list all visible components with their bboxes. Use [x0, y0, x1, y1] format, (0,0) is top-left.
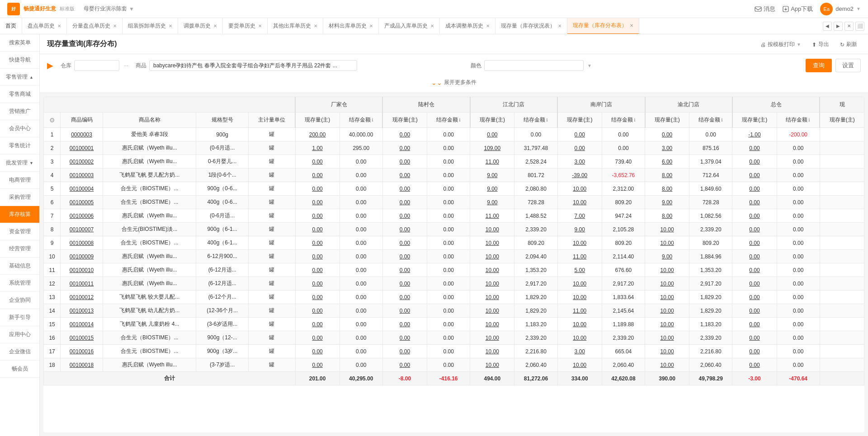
industry-selector[interactable]: 母婴行业演示陈套 ▼ [84, 5, 134, 13]
table-cell[interactable]: 10.00 [470, 236, 514, 250]
table-cell[interactable]: 00100010 [61, 263, 103, 277]
tab-3-close[interactable]: ✕ [169, 23, 172, 28]
table-cell[interactable]: 0.00 [732, 277, 777, 291]
table-cell[interactable]: 10.00 [645, 318, 689, 331]
sidebar-item-retail-stats[interactable]: 零售统计 [0, 137, 39, 155]
table-cell[interactable]: 10.00 [470, 331, 514, 345]
table-cell[interactable]: 00100001 [61, 141, 103, 155]
table-cell[interactable]: 11.00 [470, 155, 514, 169]
warehouse-input[interactable] [74, 60, 119, 71]
table-cell[interactable]: 10.00 [470, 250, 514, 263]
table-cell[interactable]: 0.00 [382, 196, 427, 209]
table-cell[interactable]: 0.00 [382, 277, 427, 291]
tab-6[interactable]: 其他出库单历史 ✕ [268, 18, 323, 34]
table-cell[interactable]: 10.00 [645, 277, 689, 291]
table-cell[interactable]: 0.00 [295, 155, 340, 169]
table-cell[interactable]: 00100009 [61, 250, 103, 263]
tab-next-btn[interactable]: ▶ [834, 22, 843, 31]
table-cell[interactable]: 0.00 [732, 169, 777, 182]
color-input[interactable] [484, 60, 584, 71]
table-cell[interactable]: 10.00 [470, 304, 514, 318]
table-cell[interactable]: 109.00 [470, 141, 514, 155]
table-cell[interactable]: 0.00 [295, 209, 340, 223]
table-cell[interactable]: 10.00 [557, 291, 602, 304]
tab-6-close[interactable]: ✕ [314, 23, 317, 28]
message-btn[interactable]: 消息 [755, 5, 775, 13]
table-cell[interactable]: 0.00 [382, 250, 427, 263]
table-cell[interactable]: 0.00 [557, 141, 602, 155]
table-cell[interactable]: 9.00 [645, 250, 689, 263]
table-cell[interactable]: 0.00 [382, 169, 427, 182]
search-btn[interactable]: 查询 [806, 59, 832, 72]
table-cell[interactable]: 0.00 [382, 291, 427, 304]
table-cell[interactable]: 3.00 [645, 141, 689, 155]
tab-4[interactable]: 调拨单历史 ✕ [178, 18, 223, 34]
table-cell[interactable]: 10.00 [470, 291, 514, 304]
tab-home[interactable]: 首页 [0, 18, 22, 34]
table-cell[interactable]: 6.00 [645, 155, 689, 169]
table-cell[interactable]: 10.00 [557, 277, 602, 291]
table-cell[interactable]: 0.00 [295, 182, 340, 196]
table-cell[interactable]: 00100005 [61, 196, 103, 209]
table-cell[interactable]: 0.00 [645, 128, 689, 141]
na-amt-info-icon[interactable]: ℹ [634, 117, 636, 122]
table-cell[interactable]: 11.00 [557, 304, 602, 318]
tab-10-close[interactable]: ✕ [558, 23, 561, 28]
table-cell[interactable]: 0.00 [732, 331, 777, 345]
table-cell[interactable]: 8.00 [645, 169, 689, 182]
table-cell[interactable]: 0.00 [295, 196, 340, 209]
table-cell[interactable]: 10.00 [557, 196, 602, 209]
sidebar-item-inventory[interactable]: 库存核算 [0, 206, 39, 223]
table-cell[interactable]: 10.00 [470, 223, 514, 236]
table-cell[interactable]: 0.00 [732, 155, 777, 169]
tab-5[interactable]: 要货单历史 ✕ [223, 18, 268, 34]
table-cell[interactable]: 10.00 [557, 236, 602, 250]
lu-amt-info-icon[interactable]: ℹ [459, 117, 461, 122]
table-cell[interactable]: 0.00 [382, 345, 427, 358]
app-download-btn[interactable]: App下载 [783, 5, 813, 13]
table-cell[interactable]: 0.00 [732, 291, 777, 304]
tab-close-btn[interactable]: ✕ [844, 22, 854, 31]
table-cell[interactable]: 9.00 [645, 196, 689, 209]
table-cell[interactable]: 10.00 [470, 318, 514, 331]
table-cell[interactable]: 10.00 [645, 291, 689, 304]
table-cell[interactable]: 10.00 [557, 358, 602, 372]
table-cell[interactable]: 9.00 [470, 196, 514, 209]
table-cell[interactable]: 00100004 [61, 182, 103, 196]
table-cell[interactable]: 0.00 [470, 128, 514, 141]
tab-4-close[interactable]: ✕ [213, 23, 217, 28]
table-cell[interactable]: 10.00 [470, 277, 514, 291]
table-cell[interactable]: 00100015 [61, 331, 103, 345]
table-cell[interactable]: 00100003 [61, 169, 103, 182]
table-cell[interactable]: 0.00 [732, 182, 777, 196]
table-cell[interactable]: 0.00 [295, 345, 340, 358]
tab-9-close[interactable]: ✕ [486, 23, 490, 28]
table-cell[interactable]: 7.00 [557, 209, 602, 223]
sidebar-item-member2[interactable]: 畅会员 [0, 361, 39, 378]
table-cell[interactable]: 0.00 [382, 128, 427, 141]
table-cell[interactable]: 00100012 [61, 291, 103, 304]
table-cell[interactable]: 0.00 [295, 263, 340, 277]
table-cell[interactable]: 0.00 [295, 223, 340, 236]
tab-5-close[interactable]: ✕ [258, 23, 262, 28]
sidebar-item-guide[interactable]: 新手引导 [0, 309, 39, 326]
table-cell[interactable]: 0.00 [732, 318, 777, 331]
table-cell[interactable]: 00100011 [61, 277, 103, 291]
table-cell[interactable]: 10.00 [470, 358, 514, 372]
table-cell[interactable]: -1.00 [732, 128, 777, 141]
tab-7-close[interactable]: ✕ [369, 23, 373, 28]
table-cell[interactable]: 0.00 [295, 358, 340, 372]
tab-8[interactable]: 产成品入库单历史 ✕ [379, 18, 440, 34]
table-cell[interactable]: 0.00 [295, 250, 340, 263]
table-cell[interactable]: 0.00 [382, 236, 427, 250]
table-cell[interactable]: 10.00 [645, 345, 689, 358]
filter-expand-arrow[interactable]: ▶ [47, 61, 53, 70]
sidebar-item-enterprise[interactable]: 企业协同 [0, 292, 39, 309]
table-cell[interactable]: 00100016 [61, 345, 103, 358]
table-cell[interactable]: 0000003 [61, 128, 103, 141]
sidebar-item-apps[interactable]: 应用中心 [0, 326, 39, 343]
table-cell[interactable]: 10.00 [557, 182, 602, 196]
table-cell[interactable]: 0.00 [382, 209, 427, 223]
table-cell[interactable]: 0.00 [557, 128, 602, 141]
tab-1-close[interactable]: ✕ [57, 23, 61, 28]
